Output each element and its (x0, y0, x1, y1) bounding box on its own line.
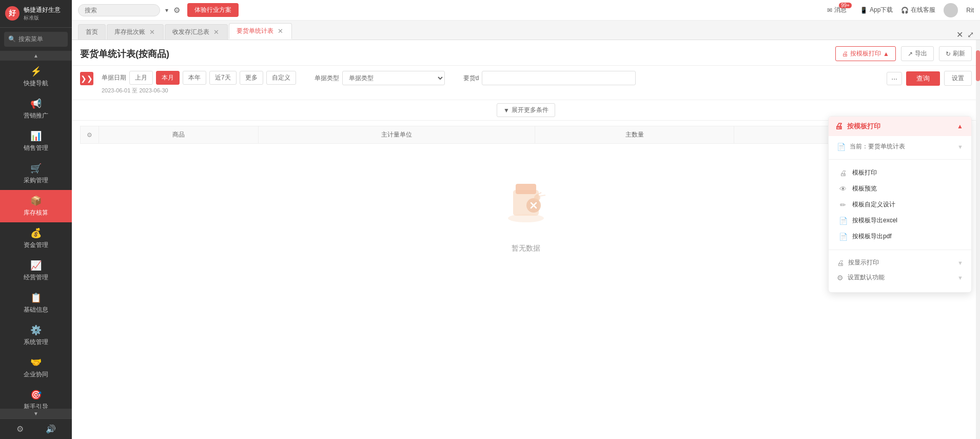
sidebar-item-purchase[interactable]: 🛒 采购管理 (0, 158, 72, 190)
trial-button[interactable]: 体验行业方案 (187, 3, 239, 17)
tab-batch[interactable]: 库存批次账 ✕ (107, 24, 164, 40)
print-icon: 🖨 (842, 50, 848, 58)
display-print-left: 🖨 按显示打印 (837, 258, 879, 267)
th-unit: 主计量单位 (259, 126, 535, 144)
settings-button[interactable]: 设置 (944, 71, 972, 86)
date-more[interactable]: 更多 (240, 71, 263, 85)
svg-line-8 (539, 195, 545, 196)
sidebar-item-sales[interactable]: 📊 销售管理 (0, 125, 72, 158)
sidebar-item-shortcut[interactable]: ⚡ 快捷导航 (0, 61, 72, 93)
content-area: 要货单统计表(按商品) 🖨 按模板打印 ▲ ↗ 导出 ↻ 刷新 ❯❯ (72, 40, 980, 439)
sidebar-footer: ⚙ 🔊 (0, 418, 72, 439)
query-button[interactable]: 查询 (906, 71, 940, 86)
dropdown-default-func[interactable]: ⚙ 设置默认功能 ▼ (829, 270, 971, 285)
date-this-year[interactable]: 本年 (183, 71, 206, 85)
purchase-icon: 🛒 (30, 163, 42, 174)
footer-settings-button[interactable]: ⚙ (16, 424, 24, 434)
tab-home[interactable]: 首页 (78, 24, 106, 40)
expand-more-button[interactable]: ▼ 展开更多条件 (497, 103, 555, 117)
online-service-button[interactable]: 🎧 在线客服 (901, 6, 935, 14)
default-func-left: ⚙ 设置默认功能 (837, 273, 885, 282)
dropdown-item-template-excel[interactable]: 📄 按模板导出excel (829, 213, 971, 228)
search-icon: 🔍 (8, 35, 16, 43)
print-template-button[interactable]: 🖨 按模板打印 ▲ (835, 46, 896, 61)
th-goods: 商品 (99, 126, 259, 144)
search-menu-button[interactable]: 🔍 搜索菜单 (4, 32, 68, 47)
dropdown-item-template-print[interactable]: 🖨 模板打印 (829, 165, 971, 181)
date-filter-group: 单据日期 上月 本月 本年 近7天 更多 自定义 (102, 71, 296, 85)
dropdown-item-template-preview[interactable]: 👁 模板预览 (829, 181, 971, 197)
page-title: 要货单统计表(按商品) (80, 48, 169, 60)
messages-button[interactable]: ✉ 消息 99+ (827, 6, 847, 14)
date-custom[interactable]: 自定义 (266, 71, 296, 85)
table-settings-icon[interactable]: ⚙ (87, 131, 92, 139)
dropdown-display-section: 🖨 按显示打印 ▼ ⚙ 设置默认功能 ▼ (829, 252, 971, 288)
topbar-dropdown-button[interactable]: ▾ (165, 7, 168, 14)
sidebar-item-guide[interactable]: 🎯 新手引导 (0, 384, 72, 409)
filter-expand-button[interactable]: ❯❯ (80, 72, 93, 85)
dropdown-header-left: 🖨 按模板打印 (835, 122, 880, 131)
main-area: ▾ ⚙ 体验行业方案 ✉ 消息 99+ 📱 App下载 🎧 在线客服 Rit 首… (72, 0, 980, 439)
export-button[interactable]: ↗ 导出 (901, 46, 934, 61)
topbar: ▾ ⚙ 体验行业方案 ✉ 消息 99+ 📱 App下载 🎧 在线客服 Rit (72, 0, 980, 21)
scrollbar-thumb[interactable] (976, 50, 980, 81)
type-select[interactable]: 单据类型 (342, 71, 445, 85)
sidebar-item-cooperation[interactable]: 🤝 企业协同 (0, 352, 72, 384)
sidebar-item-basic[interactable]: 📋 基础信息 (0, 287, 72, 319)
sidebar-nav: ⚡ 快捷导航 📢 营销推广 📊 销售管理 🛒 采购管理 📦 库存核算 💰 资金管… (0, 61, 72, 409)
sidebar: 好 畅捷通好生意 标准版 🔍 搜索菜单 ▲ ⚡ 快捷导航 📢 营销推广 📊 销售… (0, 0, 72, 439)
headset-icon: 🎧 (901, 7, 909, 14)
current-doc-icon: 📄 (837, 143, 846, 151)
sidebar-item-inventory[interactable]: 📦 库存核算 (0, 190, 72, 222)
footer-sound-button[interactable]: 🔊 (46, 424, 56, 434)
tab-order-stat[interactable]: 要货单统计表 ✕ (229, 23, 292, 40)
empty-icon (500, 175, 552, 236)
goods-filter: 要货d (463, 71, 636, 85)
sidebar-item-finance[interactable]: 💰 资金管理 (0, 222, 72, 255)
display-print-icon: 🖨 (837, 259, 844, 267)
date-last-month[interactable]: 上月 (129, 71, 153, 85)
sidebar-item-operations[interactable]: 📈 经营管理 (0, 255, 72, 287)
goods-input[interactable] (482, 71, 636, 85)
date-this-month[interactable]: 本月 (156, 71, 180, 85)
sidebar-item-system[interactable]: ⚙️ 系统管理 (0, 319, 72, 352)
sales-icon: 📊 (30, 130, 42, 142)
topbar-gear-button[interactable]: ⚙ (173, 6, 180, 15)
empty-text: 暂无数据 (512, 244, 540, 253)
sidebar-scroll-down[interactable]: ▼ (0, 409, 72, 418)
more-button[interactable]: ··· (887, 72, 902, 85)
current-arrow-icon: ▼ (957, 144, 963, 150)
dropdown-header[interactable]: 🖨 按模板打印 ▲ (829, 117, 971, 136)
dropdown-display-print[interactable]: 🖨 按显示打印 ▼ (829, 255, 971, 270)
guide-icon: 🎯 (30, 389, 42, 400)
type-filter-group: 单据类型 单据类型 (315, 71, 445, 85)
sidebar-scroll-up[interactable]: ▲ (0, 51, 72, 61)
expand-down-icon: ▼ (503, 107, 509, 114)
sidebar-item-marketing[interactable]: 📢 营销推广 (0, 93, 72, 125)
template-design-icon: ✏ (839, 201, 847, 209)
tab-batch-close[interactable]: ✕ (148, 29, 156, 35)
system-icon: ⚙️ (30, 325, 42, 336)
dropdown-item-template-pdf[interactable]: 📄 按模板导出pdf (829, 228, 971, 244)
dropdown-item-template-design[interactable]: ✏ 模板自定义设计 (829, 197, 971, 213)
date-7days[interactable]: 近7天 (209, 71, 237, 85)
template-preview-icon: 👁 (839, 185, 847, 193)
tab-minimize-button[interactable]: ✕ (956, 30, 963, 40)
phone-icon: 📱 (860, 7, 868, 14)
operations-icon: 📈 (30, 260, 42, 271)
dropdown-current-section: 📄 当前：要货单统计表 ▼ (829, 136, 971, 157)
divider-2 (829, 250, 971, 250)
tab-collection[interactable]: 收发存汇总表 ✕ (165, 24, 228, 40)
logo-icon: 好 (5, 6, 19, 21)
topbar-search-input[interactable] (78, 4, 160, 16)
vertical-scrollbar[interactable] (976, 40, 980, 439)
export-icon: ↗ (908, 50, 913, 58)
dropdown-current-item[interactable]: 📄 当前：要货单统计表 ▼ (829, 139, 971, 154)
tab-maximize-button[interactable]: ⤢ (967, 30, 974, 40)
tab-collection-close[interactable]: ✕ (212, 29, 220, 35)
default-func-icon: ⚙ (837, 274, 844, 282)
tab-order-stat-close[interactable]: ✕ (277, 28, 284, 34)
type-filter: 单据类型 单据类型 (315, 71, 445, 85)
refresh-button[interactable]: ↻ 刷新 (939, 46, 972, 61)
app-download-button[interactable]: 📱 App下载 (860, 6, 893, 14)
